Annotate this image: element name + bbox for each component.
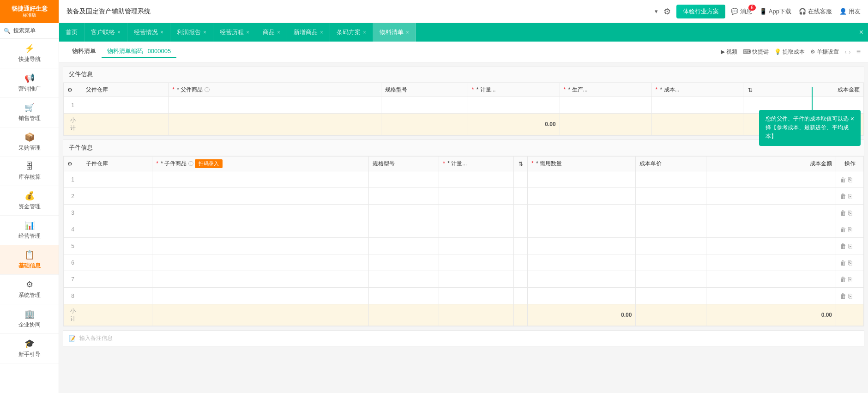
child-product-cell[interactable] — [152, 171, 369, 188]
parent-product-cell[interactable] — [169, 97, 381, 114]
child-spec-cell[interactable] — [369, 205, 439, 221]
parent-col-sort[interactable]: ⇅ — [743, 83, 757, 97]
tab-products-close[interactable]: × — [277, 29, 280, 36]
trial-button[interactable]: 体验行业方案 — [676, 5, 725, 18]
tab-operation-status[interactable]: 经营情况 × — [127, 23, 170, 42]
child-spec-cell[interactable] — [369, 171, 439, 188]
child-sort-cell[interactable] — [514, 271, 528, 288]
tab-profit-report-close[interactable]: × — [203, 29, 206, 36]
tab-bom[interactable]: 物料清单 × — [373, 23, 416, 42]
tab-operation-history-close[interactable]: × — [246, 29, 249, 36]
child-sort-cell[interactable] — [514, 171, 528, 188]
child-warehouse-cell[interactable] — [82, 188, 152, 205]
child-sort-cell[interactable] — [514, 188, 528, 205]
child-sort-cell[interactable] — [514, 288, 528, 304]
delete-icon[interactable]: 🗑 — [840, 209, 846, 217]
child-cost-amount-cell[interactable] — [706, 254, 836, 271]
child-cost-amount-cell[interactable] — [706, 221, 836, 238]
child-unit-price-cell[interactable] — [636, 271, 706, 288]
tab-bom-close[interactable]: × — [406, 29, 409, 36]
app-download-button[interactable]: 📱 App下载 — [760, 7, 791, 16]
child-warehouse-cell[interactable] — [82, 205, 152, 221]
child-spec-cell[interactable] — [369, 254, 439, 271]
action-single-setting[interactable]: ⚙ 单据设置 — [810, 48, 839, 56]
user-button[interactable]: 👤 用友 — [839, 7, 861, 16]
tab-products[interactable]: 商品 × — [256, 23, 287, 42]
child-unit-cell[interactable] — [439, 238, 514, 254]
child-sort-cell[interactable] — [514, 205, 528, 221]
child-quantity-cell[interactable] — [528, 254, 636, 271]
sidebar-item-guide[interactable]: 🎓 新手引导 — [0, 334, 59, 363]
prev-arrow[interactable]: ‹ — [844, 48, 847, 55]
tab-new-products[interactable]: 新增商品 × — [287, 23, 330, 42]
child-product-cell[interactable] — [152, 288, 369, 304]
delete-icon[interactable]: 🗑 — [840, 226, 846, 233]
message-button[interactable]: 💬 6 消息 — [731, 7, 752, 16]
child-unit-cell[interactable] — [439, 171, 514, 188]
child-cost-amount-cell[interactable] — [706, 171, 836, 188]
child-product-cell[interactable] — [152, 205, 369, 221]
sidebar-item-finance[interactable]: 💰 资金管理 — [0, 186, 59, 216]
action-shortcut[interactable]: ⌨ 快捷键 — [743, 48, 769, 56]
child-unit-cell[interactable] — [439, 271, 514, 288]
child-product-cell[interactable] — [152, 238, 369, 254]
sidebar-item-purchase[interactable]: 📦 采购管理 — [0, 127, 59, 157]
note-placeholder[interactable]: 输入备注信息 — [79, 334, 113, 342]
child-cost-amount-cell[interactable] — [706, 188, 836, 205]
child-unit-price-cell[interactable] — [636, 171, 706, 188]
child-quantity-cell[interactable] — [528, 288, 636, 304]
breadcrumb-tab-list[interactable]: 物料清单 — [66, 45, 102, 58]
child-sort-cell[interactable] — [514, 254, 528, 271]
copy-icon[interactable]: ⎘ — [848, 193, 852, 200]
tab-barcode-close[interactable]: × — [363, 29, 366, 36]
child-unit-cell[interactable] — [439, 288, 514, 304]
sidebar-item-quick-nav[interactable]: ⚡ 快捷导航 — [0, 39, 59, 68]
parent-warehouse-cell[interactable] — [82, 97, 169, 114]
child-cost-amount-cell[interactable] — [706, 238, 836, 254]
online-service-button[interactable]: 🎧 在线客服 — [799, 7, 832, 16]
child-unit-cell[interactable] — [439, 205, 514, 221]
child-quantity-cell[interactable] — [528, 188, 636, 205]
tab-operation-status-close[interactable]: × — [160, 29, 163, 36]
child-product-cell[interactable] — [152, 254, 369, 271]
delete-icon[interactable]: 🗑 — [840, 292, 846, 300]
delete-icon[interactable]: 🗑 — [840, 276, 846, 283]
child-product-cell[interactable] — [152, 271, 369, 288]
tab-profit-report[interactable]: 利润报告 × — [170, 23, 213, 42]
tab-customer[interactable]: 客户联络 × — [84, 23, 127, 42]
child-spec-cell[interactable] — [369, 288, 439, 304]
sidebar-item-sales[interactable]: 🛒 销售管理 — [0, 98, 59, 127]
child-product-cell[interactable] — [152, 188, 369, 205]
child-warehouse-cell[interactable] — [82, 254, 152, 271]
dropdown-arrow-icon[interactable]: ▾ — [655, 8, 658, 15]
child-unit-price-cell[interactable] — [636, 205, 706, 221]
tab-operation-history[interactable]: 经营历程 × — [213, 23, 256, 42]
scan-button[interactable]: 扫码录入 — [195, 159, 223, 168]
sidebar-item-marketing[interactable]: 📢 营销推广 — [0, 68, 59, 98]
search-menu[interactable]: 🔍 搜索菜单 — [0, 23, 59, 39]
child-cost-amount-cell[interactable] — [706, 205, 836, 221]
child-quantity-cell[interactable] — [528, 221, 636, 238]
sidebar-item-system[interactable]: ⚙ 系统管理 — [0, 275, 59, 304]
child-unit-price-cell[interactable] — [636, 238, 706, 254]
child-spec-cell[interactable] — [369, 238, 439, 254]
child-quantity-cell[interactable] — [528, 205, 636, 221]
tab-new-products-close[interactable]: × — [320, 29, 323, 36]
delete-icon[interactable]: 🗑 — [840, 242, 846, 250]
child-unit-cell[interactable] — [439, 254, 514, 271]
child-spec-cell[interactable] — [369, 271, 439, 288]
close-all-tabs[interactable]: × — [855, 28, 868, 36]
child-cost-amount-cell[interactable] — [706, 271, 836, 288]
next-arrow[interactable]: › — [849, 48, 851, 55]
child-warehouse-cell[interactable] — [82, 171, 152, 188]
parent-col-settings[interactable]: ⚙ — [64, 83, 82, 97]
child-warehouse-cell[interactable] — [82, 288, 152, 304]
action-extract-cost[interactable]: 💡 提取成本 — [774, 48, 805, 56]
breadcrumb-tab-detail[interactable]: 物料清单编码 0000005 — [102, 45, 176, 58]
copy-icon[interactable]: ⎘ — [848, 276, 852, 283]
parent-cost-cell[interactable] — [651, 97, 743, 114]
copy-icon[interactable]: ⎘ — [848, 259, 852, 266]
copy-icon[interactable]: ⎘ — [848, 176, 852, 183]
parent-production-cell[interactable] — [560, 97, 651, 114]
child-quantity-cell[interactable] — [528, 271, 636, 288]
